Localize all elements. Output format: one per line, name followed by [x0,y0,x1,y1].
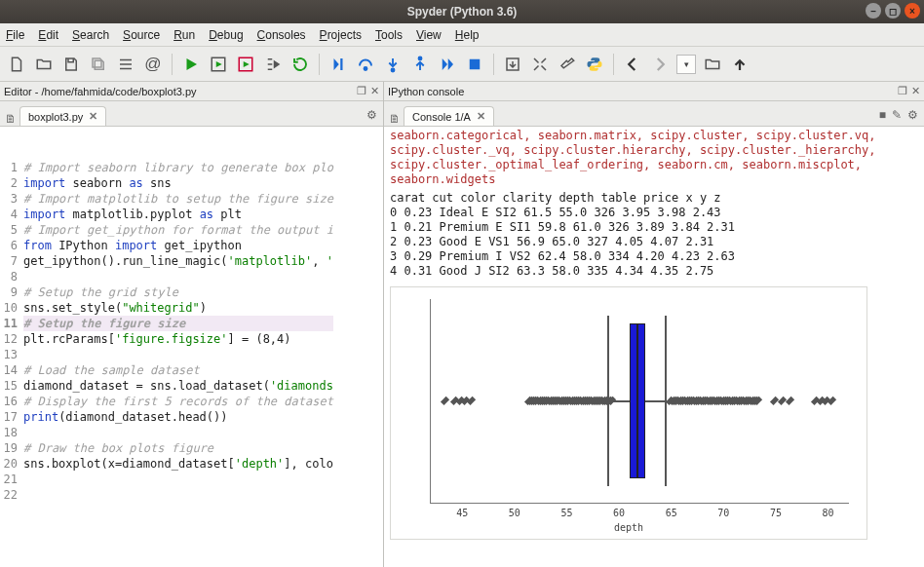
editor-restore-icon[interactable]: ❐ [357,85,366,97]
code-line[interactable]: # Setup the grid style [23,284,333,300]
menu-projects[interactable]: Projects [320,28,362,42]
code-editor[interactable]: 12345678910111213141516171819202122 # Im… [0,127,383,567]
menu-file[interactable]: File [6,28,24,42]
at-icon[interactable]: @ [142,54,164,75]
svg-point-4 [419,57,422,59]
console-tabbar: 🗎 Console 1/A ✕ ■ ✎ ⚙ [384,101,924,127]
window-titlebar: Spyder (Python 3.6) – ◻ × [0,0,924,23]
rerun-icon[interactable] [289,54,311,75]
code-line[interactable] [23,269,333,284]
menu-consoles[interactable]: Consoles [257,28,306,42]
menu-help[interactable]: Help [455,28,480,42]
window-maximize-button[interactable]: ◻ [885,3,901,19]
open-file-icon[interactable] [33,54,55,75]
code-line[interactable]: # Import get_ipython for format the outp… [23,222,333,238]
menu-search[interactable]: Search [72,28,109,42]
list-icon[interactable] [115,54,136,75]
console-import-line: seaborn.widgets [390,172,918,187]
browse-folder-icon[interactable] [702,54,723,75]
code-line[interactable]: plt.rcParams['figure.figsize'] = (8,4) [23,331,333,347]
menu-view[interactable]: View [416,28,442,42]
boxplot-outlier [770,396,779,404]
ipython-console[interactable]: seaborn.categorical, seaborn.matrix, sci… [384,127,924,567]
boxplot-outlier [786,396,794,404]
editor-pane-path: Editor - /home/fahmida/code/boxplot3.py [4,86,197,97]
back-icon[interactable] [622,54,643,75]
parent-dir-icon[interactable] [729,54,751,75]
console-tab-close-icon[interactable]: ✕ [477,110,485,123]
menubar: FileEditSearchSourceRunDebugConsolesProj… [0,23,924,47]
chart-xtick: 55 [560,506,572,520]
console-options-icon[interactable]: ⚙ [907,108,918,122]
window-minimize-button[interactable]: – [866,3,881,19]
code-line[interactable]: # Display the first 5 records of the dat… [23,394,333,409]
run-cell-advance-icon[interactable] [235,54,256,75]
code-line[interactable]: sns.boxplot(x=diamond_dataset['depth'], … [23,456,333,472]
preferences-icon[interactable] [557,54,578,75]
chart-xlabel: depth [614,520,643,535]
console-import-line: seaborn.categorical, seaborn.matrix, sci… [390,129,918,143]
debug-step-out-icon[interactable] [409,54,431,75]
save-icon[interactable] [60,54,82,75]
debug-step-over-icon[interactable] [355,54,376,75]
menu-source[interactable]: Source [123,28,160,42]
cwd-dropdown[interactable]: ▾ [676,55,696,74]
new-file-icon[interactable] [6,54,27,75]
editor-options-icon[interactable]: ⚙ [366,108,377,122]
chart-xtick: 50 [509,506,520,520]
chart-xtick: 70 [717,506,729,520]
code-line[interactable]: import matplotlib.pyplot as plt [23,207,333,222]
python-icon[interactable] [584,54,605,75]
code-line[interactable] [23,472,333,487]
console-import-line: scipy.cluster._optimal_leaf_ordering, se… [390,158,918,172]
menu-tools[interactable]: Tools [375,28,403,42]
chart-xtick: 65 [666,506,677,520]
code-line[interactable]: import seaborn as sns [23,175,333,191]
code-line[interactable] [23,487,333,503]
code-line[interactable] [23,425,333,440]
console-restore-icon[interactable]: ❐ [898,85,907,97]
code-line[interactable]: # Draw the box plots figure [23,440,333,456]
editor-tab[interactable]: boxplot3.py ✕ [19,106,106,126]
run-cell-icon[interactable] [208,54,229,75]
maximize-pane-icon[interactable] [529,54,551,75]
chart-xtick: 75 [770,506,782,520]
code-line[interactable]: diamond_dataset = sns.load_dataset('diam… [23,378,333,394]
boxplot-outlier [778,396,787,404]
menu-edit[interactable]: Edit [38,28,58,42]
console-table-row: 3 0.29 Premium I VS2 62.4 58.0 334 4.20 … [390,249,918,264]
debug-continue-icon[interactable] [437,54,458,75]
code-line[interactable] [23,347,333,362]
console-close-icon[interactable]: ✕ [911,85,920,97]
chart-xtick: 60 [613,506,625,520]
code-line[interactable]: print(diamond_dataset.head()) [23,409,333,425]
run-selection-icon[interactable] [262,54,284,75]
code-line[interactable]: # Import seaborn library to generate box… [23,160,333,175]
menu-run[interactable]: Run [173,28,195,42]
console-table-row: 4 0.31 Good J SI2 63.3 58.0 335 4.34 4.3… [390,264,918,279]
save-all-icon[interactable] [88,54,109,75]
forward-icon[interactable] [649,54,671,75]
code-line[interactable]: from IPython import get_ipython [23,238,333,253]
console-stop-icon[interactable]: ■ [879,108,886,122]
console-table-row: 1 0.21 Premium E SI1 59.8 61.0 326 3.89 … [390,220,918,235]
code-line[interactable]: # Load the sample dataset [23,362,333,378]
console-browse-tabs-icon[interactable]: 🗎 [388,112,402,126]
console-tab[interactable]: Console 1/A ✕ [404,106,494,126]
code-line[interactable]: sns.set_style("whitegrid") [23,300,333,316]
import-icon[interactable] [502,54,523,75]
debug-step-in-icon[interactable] [382,54,404,75]
browse-tabs-icon[interactable]: 🗎 [4,112,18,126]
debug-step-icon[interactable] [327,54,349,75]
window-close-button[interactable]: × [905,3,920,19]
console-edit-icon[interactable]: ✎ [892,108,902,122]
code-line[interactable]: # Setup the figure size [23,316,333,331]
editor-close-icon[interactable]: ✕ [370,85,379,97]
menu-debug[interactable]: Debug [209,28,243,42]
run-icon[interactable] [180,54,202,75]
close-tab-icon[interactable]: ✕ [89,110,97,123]
boxplot-chart: 4550556065707580 depth [390,286,867,540]
code-line[interactable]: # Import matplotlib to setup the figure … [23,191,333,207]
debug-stop-icon[interactable] [464,54,485,75]
code-line[interactable]: get_ipython().run_line_magic('matplotlib… [23,253,333,269]
